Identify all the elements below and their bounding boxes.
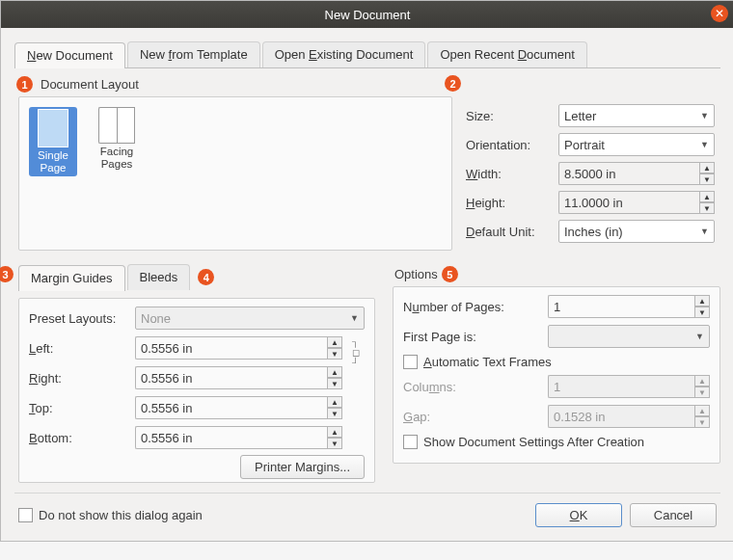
chevron-down-icon: ▼ bbox=[695, 332, 704, 341]
spin-up-icon[interactable]: ▲ bbox=[699, 162, 715, 173]
marker-5: 5 bbox=[442, 266, 458, 282]
options-panel: Number of Pages:Number of Pages:1▲▼ Firs… bbox=[393, 286, 720, 464]
tab-open-recent[interactable]: Open Recent DocumentOpen Recent Document bbox=[427, 41, 586, 67]
marker-4: 4 bbox=[198, 269, 214, 285]
checkbox-icon bbox=[403, 435, 418, 449]
chevron-down-icon: ▼ bbox=[350, 313, 359, 323]
preset-layouts-select: None▼ bbox=[135, 307, 365, 330]
printer-margins-button[interactable]: Printer Margins... bbox=[240, 455, 365, 479]
margin-left-input[interactable]: 0.5556 in▲▼ bbox=[135, 336, 342, 360]
layout-single-page[interactable]: Single Page bbox=[29, 107, 77, 176]
first-page-label: First Page is: bbox=[403, 330, 548, 344]
default-unit-label: Default Unit:Default Unit: bbox=[466, 225, 558, 239]
margin-tabs: Margin Guides Bleeds 4 bbox=[18, 264, 375, 290]
layout-chooser: Single Page Facing Pages bbox=[18, 96, 452, 251]
size-label: Size: bbox=[466, 109, 558, 123]
checkbox-icon bbox=[403, 355, 418, 369]
new-document-dialog: New Document ✕ NNew Documentew Document … bbox=[0, 0, 733, 542]
columns-label: Columns:Columns: bbox=[403, 380, 548, 394]
margin-left-label: Left:Left: bbox=[29, 341, 135, 356]
auto-text-frames-checkbox[interactable]: Automatic Text FramesAutomatic Text Fram… bbox=[403, 355, 710, 369]
chevron-down-icon: ▼ bbox=[700, 111, 709, 120]
layout-facing-pages[interactable]: Facing Pages bbox=[95, 107, 139, 171]
titlebar: New Document ✕ bbox=[1, 1, 733, 28]
margin-guides-panel: Preset Layouts: None▼ Left:Left:0.5556 i… bbox=[18, 298, 375, 483]
chevron-down-icon: ▼ bbox=[700, 227, 709, 236]
tab-new-from-template[interactable]: New from TemplateNew from Template bbox=[127, 41, 260, 67]
margin-top-label: Top:Top: bbox=[29, 401, 135, 415]
height-input[interactable]: 11.0000 in▲▼ bbox=[558, 191, 715, 214]
cancel-button[interactable]: Cancel bbox=[630, 503, 717, 527]
orientation-select[interactable]: Portrait▼ bbox=[558, 133, 715, 156]
margin-bottom-label: Bottom:Bottom: bbox=[29, 431, 135, 445]
marker-3: 3 bbox=[0, 266, 14, 282]
margin-top-input[interactable]: 0.5556 in▲▼ bbox=[135, 396, 342, 419]
chevron-down-icon: ▼ bbox=[700, 140, 709, 149]
orientation-label: Orientation: bbox=[466, 138, 558, 152]
tab-new-document[interactable]: NNew Documentew Document bbox=[14, 42, 125, 68]
single-page-icon bbox=[38, 109, 68, 147]
default-unit-select[interactable]: Inches (in)▼ bbox=[558, 220, 715, 243]
size-select[interactable]: Letter▼ bbox=[558, 104, 715, 127]
marker-1: 1 bbox=[16, 76, 33, 93]
dialog-footer: Do not show this dialog again OKOK Cance… bbox=[14, 493, 720, 531]
link-margins-toggle[interactable]: ┐◻┘ bbox=[347, 336, 365, 456]
margin-bottom-input[interactable]: 0.5556 in▲▼ bbox=[135, 426, 342, 449]
spin-down-icon[interactable]: ▼ bbox=[699, 173, 715, 185]
close-button[interactable]: ✕ bbox=[711, 5, 728, 22]
document-layout-heading: 1 Document Layout bbox=[16, 76, 720, 93]
gap-input: 0.1528 in▲▼ bbox=[548, 405, 710, 428]
marker-2: 2 bbox=[445, 75, 461, 92]
tab-margin-guides[interactable]: Margin Guides bbox=[18, 265, 125, 291]
margin-right-label: Right:Right: bbox=[29, 371, 135, 386]
close-icon: ✕ bbox=[715, 7, 724, 20]
gap-label: Gap:Gap: bbox=[403, 410, 548, 424]
columns-input: 1▲▼ bbox=[548, 375, 710, 398]
checkbox-icon bbox=[18, 508, 33, 522]
preset-layouts-label: Preset Layouts: bbox=[29, 311, 135, 326]
dont-show-again-checkbox[interactable]: Do not show this dialog again bbox=[18, 508, 203, 522]
primary-tabs: NNew Documentew Document New from Templa… bbox=[14, 41, 720, 68]
options-heading: Options 5 bbox=[394, 266, 720, 282]
num-pages-input[interactable]: 1▲▼ bbox=[548, 295, 710, 318]
margin-right-input[interactable]: 0.5556 in▲▼ bbox=[135, 366, 342, 389]
spin-down-icon[interactable]: ▼ bbox=[699, 202, 715, 214]
page-setup-form: 2 Size: Letter▼ Orientation: Portrait▼ W… bbox=[466, 96, 720, 253]
num-pages-label: Number of Pages:Number of Pages: bbox=[403, 300, 548, 314]
window-title: New Document bbox=[325, 8, 411, 22]
show-settings-after-checkbox[interactable]: Show Document Settings After Creation bbox=[403, 435, 710, 449]
width-label: Width:Width: bbox=[466, 167, 558, 181]
ok-button[interactable]: OKOK bbox=[535, 503, 622, 527]
height-label: Height:Height: bbox=[466, 196, 558, 210]
first-page-select: ▼ bbox=[548, 325, 710, 348]
width-input[interactable]: 8.5000 in▲▼ bbox=[558, 162, 715, 185]
facing-pages-icon bbox=[98, 107, 135, 144]
spin-up-icon[interactable]: ▲ bbox=[699, 191, 715, 202]
tab-open-existing[interactable]: Open Existing DocumentOpen Existing Docu… bbox=[262, 41, 426, 67]
tab-bleeds[interactable]: Bleeds bbox=[127, 264, 191, 290]
